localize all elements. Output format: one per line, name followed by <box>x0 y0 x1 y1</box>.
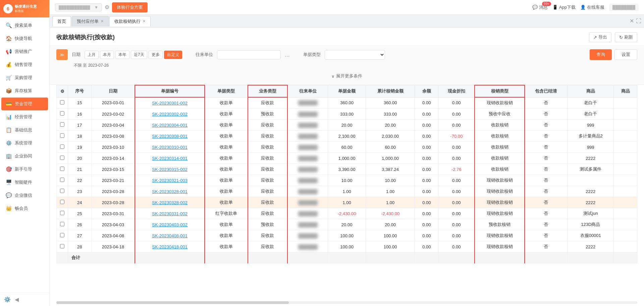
sidebar-item-finance[interactable]: 💳 资金管理 <box>1 98 48 110</box>
cell-checkbox[interactable] <box>57 230 68 241</box>
cell-product <box>568 175 614 186</box>
cell-cumulative: 1,000.00 <box>366 153 415 164</box>
export-button[interactable]: ↗ 导出 <box>589 32 611 42</box>
cell-doc-type: 收款单 <box>205 142 248 153</box>
sidebar-item-enterprise[interactable]: 🏢 企业协同 <box>1 150 48 163</box>
sidebar-item-guide[interactable]: 🎯 新手引导 <box>1 163 48 176</box>
expand-more-btn[interactable]: ∨ 展开更多条件 <box>329 72 365 80</box>
query-button[interactable]: 查询 <box>590 49 612 60</box>
settings-icon[interactable]: ⚙ <box>105 4 109 10</box>
scrollbar-track[interactable] <box>56 301 637 304</box>
scrollbar-thumb[interactable] <box>56 301 289 304</box>
date-btn-more[interactable]: 更多 <box>149 51 163 59</box>
sidebar-item-system[interactable]: ⚙️ 系统管理 <box>1 137 48 149</box>
cell-no: 18 <box>68 131 92 142</box>
cell-doc-no[interactable]: SK-20230301-002 <box>135 97 204 109</box>
cell-checkbox[interactable] <box>57 153 68 164</box>
tab-close-all[interactable]: ✕ <box>630 18 634 24</box>
doc-type-select[interactable]: 收款单 红字收款单 <box>325 50 385 60</box>
cell-checkbox[interactable] <box>57 186 68 197</box>
cell-checkbox[interactable] <box>57 164 68 175</box>
sidebar-item-basic[interactable]: 📋 基础信息 <box>1 124 48 136</box>
workspace-selector[interactable]: ████████████ ▼ <box>55 3 102 11</box>
sidebar-item-hardware[interactable]: 🖥️ 智能硬件 <box>1 176 48 189</box>
cell-checkbox[interactable] <box>57 97 68 109</box>
settings-icon[interactable]: ⚙️ <box>4 296 11 303</box>
refresh-icon: ↻ <box>619 35 623 40</box>
sidebar-item-marketing[interactable]: 📢 营销推广 <box>1 45 48 58</box>
cell-checkbox[interactable] <box>57 142 68 153</box>
cell-doc-no[interactable]: SK-20230314-001 <box>135 153 204 164</box>
date-btn-7days[interactable]: 近7天 <box>131 51 147 59</box>
cell-doc-no[interactable]: SK-20230310-001 <box>135 142 204 153</box>
cell-cumulative: 10.00 <box>366 175 415 186</box>
date-btn-lastmonth[interactable]: 上月 <box>85 51 99 59</box>
cell-balance: 0.00 <box>415 230 438 241</box>
sidebar-item-wechat[interactable]: 💬 企业微信 <box>1 189 48 202</box>
date-btn-custom[interactable]: 自定义 <box>164 51 182 59</box>
solution-button[interactable]: 体验行业方案 <box>112 2 148 12</box>
cell-doc-no[interactable]: SK-20230328-001 <box>135 186 204 197</box>
cell-cash-discount: 0.00 <box>438 186 475 197</box>
cell-checkbox[interactable] <box>57 241 68 252</box>
cell-amount: 60.00 <box>328 142 366 153</box>
app-download-item[interactable]: 📱 App下载 <box>552 4 576 10</box>
table-row: 19 2023-03-10 SK-20230310-001 收款单 应收款 ██… <box>57 142 637 153</box>
cell-date: 2023-04-08 <box>91 230 135 241</box>
sidebar-item-search[interactable]: 🔍 搜索菜单 <box>1 19 48 32</box>
cell-doc-no[interactable]: SK-20230328-002 <box>135 197 204 208</box>
sidebar-item-sales[interactable]: 💰 销售管理 <box>1 58 48 71</box>
cell-date: 2023-04-03 <box>91 219 135 230</box>
cell-doc-no[interactable]: SK-20230302-002 <box>135 109 204 120</box>
sidebar-item-quicknav[interactable]: 🏠 快捷导航 <box>1 32 48 45</box>
cell-doc-no[interactable]: SK-20230308-001 <box>135 131 204 142</box>
col-gear[interactable]: ⚙ <box>57 85 68 97</box>
cell-doc-no[interactable]: SK-20230321-003 <box>135 175 204 186</box>
cell-cumulative: 100.00 <box>366 230 415 241</box>
cell-verify-type: 预收款核销 <box>475 219 524 230</box>
filter-expand-toggle[interactable]: ≫ <box>56 49 68 60</box>
sidebar-item-management[interactable]: 📊 经营管理 <box>1 111 48 123</box>
refresh-button[interactable]: ↻ 刷新 <box>615 32 637 42</box>
sidebar-item-label: 快捷导航 <box>15 36 32 42</box>
col-partner: 往来单位 <box>287 85 328 97</box>
tab-collection-close[interactable]: ✕ <box>143 19 146 23</box>
collapse-icon[interactable]: ◀ <box>15 296 19 303</box>
cell-checkbox[interactable] <box>57 109 68 120</box>
cell-date: 2023-03-31 <box>91 208 135 219</box>
cell-checkbox[interactable] <box>57 175 68 186</box>
cell-cumulative: 1.00 <box>366 197 415 208</box>
tab-home[interactable]: 首页 <box>52 16 71 26</box>
sidebar-item-label: 畅会员 <box>15 205 28 211</box>
cell-date: 2023-03-28 <box>91 197 135 208</box>
cell-doc-no[interactable]: SK-20230408-001 <box>135 230 204 241</box>
search-icon: 🔍 <box>5 22 12 28</box>
cell-date: 2023-03-14 <box>91 153 135 164</box>
message-item[interactable]: 💬 消息 99+ <box>532 4 548 10</box>
sidebar-item-member[interactable]: 👑 畅会员 <box>1 202 48 215</box>
marketing-icon: 📢 <box>5 49 12 55</box>
cell-checkbox[interactable] <box>57 219 68 230</box>
date-btn-thismonth[interactable]: 本月 <box>100 51 114 59</box>
cell-checkbox[interactable] <box>57 131 68 142</box>
online-service-item[interactable]: 👤 在线客服 <box>580 4 604 10</box>
setting-button[interactable]: 设置 <box>614 49 637 60</box>
cell-product: 测试jun <box>568 208 614 219</box>
tab-prepay-close[interactable]: ✕ <box>101 19 104 23</box>
tab-fullscreen[interactable]: ⛶ <box>636 18 641 24</box>
cell-checkbox[interactable] <box>57 208 68 219</box>
cell-date: 2023-03-28 <box>91 186 135 197</box>
date-btn-thisyear[interactable]: 本年 <box>115 51 129 59</box>
tab-prepay[interactable]: 预付应付单 ✕ <box>72 16 109 26</box>
cell-doc-no[interactable]: SK-20230418-001 <box>135 241 204 252</box>
cell-checkbox[interactable] <box>57 120 68 131</box>
cell-doc-no[interactable]: SK-20230331-002 <box>135 208 204 219</box>
tab-collection[interactable]: 收款核销执行 ✕ <box>109 16 151 26</box>
cell-doc-no[interactable]: SK-20230315-002 <box>135 164 204 175</box>
cell-doc-no[interactable]: SK-20230304-001 <box>135 120 204 131</box>
sidebar-item-inventory[interactable]: 📦 库存核算 <box>1 84 48 97</box>
partner-input[interactable] <box>217 50 281 59</box>
cell-doc-no[interactable]: SK-20230403-002 <box>135 219 204 230</box>
cell-checkbox[interactable] <box>57 197 68 208</box>
sidebar-item-purchase[interactable]: 🛒 采购管理 <box>1 71 48 84</box>
